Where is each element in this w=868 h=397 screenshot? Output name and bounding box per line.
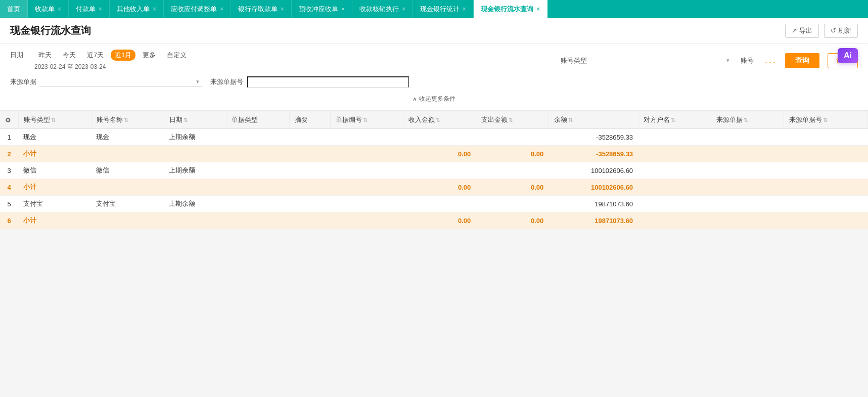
- sort-icon-doc_no: ⇅: [363, 117, 368, 123]
- cell-expense: 0.00: [476, 146, 549, 162]
- close-icon[interactable]: ×: [99, 6, 102, 13]
- collapse-up-icon: ∧: [413, 96, 417, 103]
- cell-balance: -3528659.33: [549, 146, 638, 162]
- cell-source_doc: [711, 162, 784, 179]
- col-header-source_doc_no[interactable]: 来源单据号⇅: [784, 111, 867, 129]
- cell-doc_type: [226, 212, 289, 229]
- refresh-label: 刷新: [838, 26, 851, 35]
- cell-source_doc: [711, 179, 784, 196]
- date-option-近7天[interactable]: 近7天: [83, 50, 108, 61]
- close-icon[interactable]: ×: [220, 6, 223, 13]
- close-icon[interactable]: ×: [58, 6, 61, 13]
- col-header-source_doc[interactable]: 来源单据⇅: [711, 111, 784, 129]
- sort-icon-expense: ⇅: [509, 117, 513, 123]
- table-area: ⚙账号类型⇅账号名称⇅日期⇅单据类型摘要单据编号⇅收入金额⇅支出金额⇅余额⇅对方…: [0, 111, 868, 229]
- filter-row-2: 来源单据 ▾ 来源单据号: [10, 76, 858, 87]
- nav-home[interactable]: 首页: [0, 0, 28, 18]
- cell-source_doc_no: [784, 162, 867, 179]
- close-icon[interactable]: ×: [463, 6, 466, 13]
- cell-expense: [476, 162, 549, 179]
- cell-account_type: 小计: [18, 179, 91, 196]
- date-option-更多[interactable]: 更多: [139, 50, 160, 61]
- nav-item-预收冲应收单[interactable]: 预收冲应收单×: [292, 0, 352, 18]
- cell-income: [403, 129, 476, 146]
- col-header-summary: 摘要: [290, 111, 331, 129]
- col-header-account_name[interactable]: 账号名称⇅: [91, 111, 164, 129]
- date-option-昨天[interactable]: 昨天: [34, 50, 56, 61]
- cell-date: 上期余额: [164, 162, 226, 179]
- close-icon[interactable]: ×: [341, 6, 345, 13]
- date-option-自定义[interactable]: 自定义: [163, 50, 191, 61]
- account-type-select[interactable]: ▾: [591, 56, 733, 65]
- export-button[interactable]: ↗ 导出: [785, 24, 819, 38]
- cell-expense: 0.00: [476, 212, 549, 229]
- source-doc-select[interactable]: ▾: [40, 77, 202, 86]
- close-icon[interactable]: ×: [153, 6, 156, 13]
- cell-account_type: 小计: [18, 212, 91, 229]
- nav-item-银行存取款单[interactable]: 银行存取款单×: [231, 0, 292, 18]
- cell-expense: 0.00: [476, 179, 549, 196]
- top-nav: 首页 收款单×付款单×其他收入单×应收应付调整单×银行存取款单×预收冲应收单×收…: [0, 0, 868, 18]
- nav-item-现金银行统计[interactable]: 现金银行统计×: [413, 0, 474, 18]
- col-header-counterpart[interactable]: 对方户名⇅: [638, 111, 711, 129]
- cell-summary: [290, 146, 331, 162]
- cell-row_num: 4: [0, 179, 18, 196]
- cell-summary: [290, 212, 331, 229]
- cell-doc_type: [226, 179, 289, 196]
- export-label: 导出: [799, 26, 812, 35]
- cell-account_name: 微信: [91, 162, 164, 179]
- page-header: 现金银行流水查询 ↗ 导出 ↺ 刷新: [0, 18, 868, 43]
- nav-item-付款单[interactable]: 付款单×: [69, 0, 110, 18]
- col-header-income[interactable]: 收入金额⇅: [403, 111, 476, 129]
- cell-counterpart: [638, 129, 711, 146]
- date-option-近1月[interactable]: 近1月: [111, 50, 135, 61]
- cell-source_doc_no: [784, 129, 867, 146]
- cell-doc_type: [226, 129, 289, 146]
- col-header-expense[interactable]: 支出金额⇅: [476, 111, 549, 129]
- table-row: 3微信微信上期余额100102606.60: [0, 162, 868, 179]
- cell-income: 0.00: [403, 212, 476, 229]
- col-header-account_type[interactable]: 账号类型⇅: [18, 111, 91, 129]
- table-row: 6小计0.000.0019871073.60: [0, 212, 868, 229]
- source-doc-no-label: 来源单据号: [210, 77, 243, 86]
- cell-account_name: [91, 179, 164, 196]
- cell-counterpart: [638, 196, 711, 212]
- sort-icon-income: ⇅: [436, 117, 440, 123]
- date-range: 2023-02-24 至 2023-03-24: [10, 63, 191, 71]
- account-label: 账号: [741, 56, 761, 65]
- cell-source_doc_no: [784, 179, 867, 196]
- col-header-doc_no[interactable]: 单据编号⇅: [330, 111, 403, 129]
- close-icon[interactable]: ×: [402, 6, 405, 13]
- source-doc-no-input[interactable]: [247, 76, 409, 87]
- close-icon[interactable]: ×: [281, 6, 284, 13]
- col-header-date[interactable]: 日期⇅: [164, 111, 226, 129]
- nav-item-收款核销执行[interactable]: 收款核销执行×: [352, 0, 413, 18]
- nav-item-其他收入单[interactable]: 其他收入单×: [110, 0, 164, 18]
- ai-label: Ai: [844, 51, 852, 60]
- ai-badge[interactable]: Ai: [838, 48, 858, 63]
- cell-counterpart: [638, 162, 711, 179]
- date-option-今天[interactable]: 今天: [59, 50, 80, 61]
- refresh-button[interactable]: ↺ 刷新: [824, 24, 858, 38]
- account-type-chevron: ▾: [726, 57, 729, 64]
- cell-account_name: [91, 146, 164, 162]
- cell-counterpart: [638, 212, 711, 229]
- cell-expense: [476, 129, 549, 146]
- nav-item-应收应付调整单[interactable]: 应收应付调整单×: [164, 0, 231, 18]
- nav-item-现金银行流水查询[interactable]: 现金银行流水查询×: [474, 0, 547, 18]
- query-button[interactable]: 查询: [785, 53, 819, 68]
- cell-source_doc_no: [784, 196, 867, 212]
- cell-balance: 100102606.60: [549, 179, 638, 196]
- cell-source_doc: [711, 146, 784, 162]
- account-more-dots[interactable]: ...: [765, 55, 777, 66]
- cell-account_type: 支付宝: [18, 196, 91, 212]
- col-header-balance[interactable]: 余额⇅: [549, 111, 638, 129]
- nav-item-收款单[interactable]: 收款单×: [28, 0, 69, 18]
- collapse-bar[interactable]: ∧ 收起更多条件: [10, 93, 858, 106]
- cell-account_name: 现金: [91, 129, 164, 146]
- cell-doc_no: [330, 212, 403, 229]
- cell-date: [164, 146, 226, 162]
- cell-doc_type: [226, 196, 289, 212]
- close-icon[interactable]: ×: [536, 6, 540, 13]
- sort-icon-source_doc: ⇅: [744, 117, 748, 123]
